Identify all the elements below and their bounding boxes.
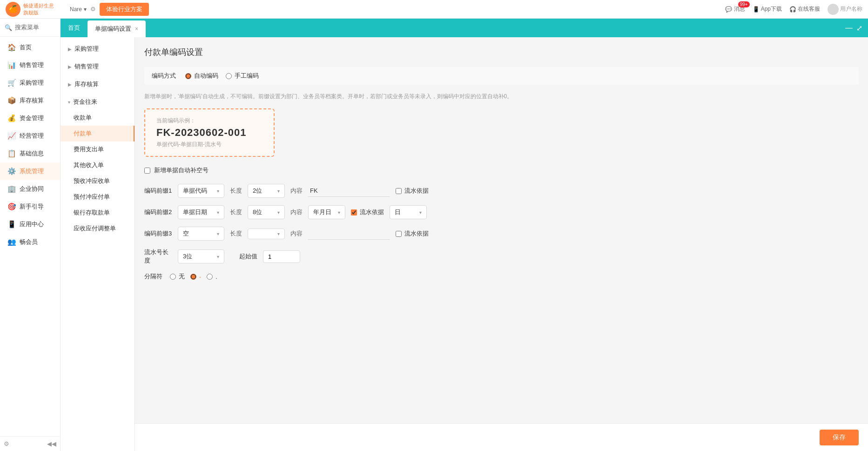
info-text: 新增单据时，'单据编码'自动生成，不可编辑。前缀设置为部门、业务员等档案类。开单… bbox=[144, 92, 859, 101]
company-name: Nare bbox=[70, 6, 82, 13]
sep-dot-option[interactable]: . bbox=[207, 273, 217, 280]
submenu-group-purchase-label: 采购管理 bbox=[74, 45, 99, 53]
settings-icon[interactable]: ⚙ bbox=[90, 6, 96, 13]
sidebar-item-finance[interactable]: 💰 资金管理 bbox=[0, 109, 60, 127]
content3-input bbox=[308, 228, 390, 240]
sidebar-item-system[interactable]: ⚙️ 系统管理 bbox=[0, 162, 60, 180]
sidebar-item-label: 企业协同 bbox=[20, 185, 44, 193]
submenu-item-prepay-receive[interactable]: 预收冲应收单 bbox=[61, 173, 135, 189]
submenu-item-payment[interactable]: 付款单 bbox=[61, 126, 135, 141]
sidebar-item-label: 应用中心 bbox=[20, 220, 44, 229]
submenu-item-prepay-pay[interactable]: 预付冲应付单 bbox=[61, 189, 135, 205]
sub-menu: ▶ 采购管理 ▶ 销售管理 ▶ 库存核算 bbox=[61, 37, 135, 451]
system-icon: ⚙️ bbox=[7, 167, 16, 175]
tab-close-icon[interactable]: × bbox=[135, 26, 138, 32]
prefix1-row: 编码前缀1 单据代码 ▾ 长度 2位 ▾ 内容 bbox=[144, 184, 859, 198]
sidebar-item-purchase[interactable]: 🛒 采购管理 bbox=[0, 74, 60, 92]
submenu-item-ar-ap-adjust[interactable]: 应收应付调整单 bbox=[61, 221, 135, 236]
search-menu-button[interactable]: 🔍 搜索菜单 bbox=[5, 23, 55, 32]
sidebar-item-label: 新手引导 bbox=[20, 202, 44, 211]
company-selector[interactable]: Nare ▾ bbox=[70, 6, 87, 13]
manual-encoding-option[interactable]: 手工编码 bbox=[226, 72, 259, 80]
auto-fill-checkbox[interactable] bbox=[144, 168, 150, 174]
auto-encoding-radio[interactable] bbox=[185, 73, 191, 79]
submenu-group-inventory-label: 库存核算 bbox=[74, 80, 99, 88]
sidebar-item-operation[interactable]: 📈 经营管理 bbox=[0, 127, 60, 145]
submenu-item-other-income[interactable]: 其他收入单 bbox=[61, 157, 135, 173]
content3-label: 内容 bbox=[290, 229, 303, 238]
user-avatar[interactable]: 用户名称 bbox=[828, 4, 862, 15]
sidebar-item-sales[interactable]: 📊 销售管理 bbox=[0, 56, 60, 74]
sidebar-search[interactable]: 🔍 搜索菜单 bbox=[0, 19, 60, 37]
sep-dot-radio[interactable] bbox=[207, 274, 213, 280]
maximize-icon[interactable]: ⤢ bbox=[856, 24, 862, 33]
online-service-button[interactable]: 🎧 在线客服 bbox=[789, 5, 820, 13]
prefix3-label: 编码前缀3 bbox=[144, 229, 172, 238]
settings-bottom-icon[interactable]: ⚙ bbox=[4, 440, 9, 447]
arrow-right-icon: ▶ bbox=[68, 82, 72, 87]
sidebar-item-basic[interactable]: 📋 基础信息 bbox=[0, 145, 60, 162]
serial2-unit-select[interactable]: 日 ▾ bbox=[390, 205, 427, 219]
prefix3-select[interactable]: 空 ▾ bbox=[178, 227, 224, 241]
submenu-item-receipt[interactable]: 收款单 bbox=[61, 110, 135, 126]
collapse-icon[interactable]: ◀◀ bbox=[47, 440, 56, 447]
appcenter-icon: 📱 bbox=[7, 220, 16, 229]
minimize-icon[interactable]: — bbox=[845, 24, 853, 33]
message-badge: 99+ bbox=[738, 1, 750, 7]
serial2-checkbox[interactable] bbox=[351, 209, 357, 215]
prefix1-select[interactable]: 单据代码 ▾ bbox=[178, 184, 224, 198]
search-icon: 🔍 bbox=[5, 24, 12, 31]
sidebar-item-appcenter[interactable]: 📱 应用中心 bbox=[0, 215, 60, 233]
sep-dot-label: . bbox=[215, 273, 217, 280]
submenu-item-expense[interactable]: 费用支出单 bbox=[61, 141, 135, 157]
save-button[interactable]: 保存 bbox=[820, 430, 859, 445]
online-service-label: 在线客服 bbox=[798, 5, 820, 13]
message-button[interactable]: 💬 消息 99+ bbox=[725, 5, 745, 13]
submenu-group-purchase-title[interactable]: ▶ 采购管理 bbox=[61, 41, 135, 57]
sep-dash-option[interactable]: - bbox=[190, 273, 201, 280]
finance-icon: 💰 bbox=[7, 114, 16, 122]
logo: 🍊 畅捷通好生意 旗舰版 bbox=[6, 2, 66, 17]
logo-text: 畅捷通好生意 旗舰版 bbox=[23, 2, 54, 16]
start-value-input[interactable] bbox=[263, 250, 300, 263]
sidebar-item-home[interactable]: 🏠 首页 bbox=[0, 39, 60, 56]
serial2-checkbox-item: 流水依据 bbox=[351, 208, 384, 216]
serial3-checkbox[interactable] bbox=[396, 231, 402, 237]
serial-length-select[interactable]: 3位 ▾ bbox=[178, 249, 224, 263]
sidebar-item-inventory[interactable]: 📦 库存核算 bbox=[0, 92, 60, 109]
length2-label: 长度 bbox=[230, 208, 242, 216]
sidebar-item-newguide[interactable]: 🎯 新手引导 bbox=[0, 198, 60, 215]
auto-encoding-option[interactable]: 自动编码 bbox=[185, 72, 218, 80]
prefix2-row: 编码前缀2 单据日期 ▾ 长度 8位 ▾ 内容 年月日 bbox=[144, 205, 859, 219]
submenu-group-funds-title[interactable]: ▾ 资金往来 bbox=[61, 94, 135, 110]
sidebar-item-member[interactable]: 👥 畅会员 bbox=[0, 233, 60, 251]
sep-none-option[interactable]: 无 bbox=[170, 272, 185, 281]
sidebar-item-label: 经营管理 bbox=[20, 132, 44, 140]
submenu-group-sales-title[interactable]: ▶ 销售管理 bbox=[61, 59, 135, 74]
arrow-right-icon: ▶ bbox=[68, 47, 72, 52]
sales-icon: 📊 bbox=[7, 61, 16, 69]
sidebar-item-enterprise[interactable]: 🏢 企业协同 bbox=[0, 180, 60, 198]
length2-select[interactable]: 8位 ▾ bbox=[248, 205, 285, 219]
chevron-down-icon: ▾ bbox=[217, 254, 219, 259]
submenu-item-bank-deposit[interactable]: 银行存取款单 bbox=[61, 205, 135, 221]
app-download-button[interactable]: 📱 App下载 bbox=[753, 5, 782, 13]
tab-current[interactable]: 单据编码设置 × bbox=[87, 20, 146, 37]
sep-none-radio[interactable] bbox=[170, 274, 176, 280]
content2-select[interactable]: 年月日 ▾ bbox=[308, 205, 345, 219]
trial-button[interactable]: 体验行业方案 bbox=[100, 3, 149, 16]
manual-encoding-radio[interactable] bbox=[226, 73, 232, 79]
length3-select[interactable]: ▾ bbox=[248, 229, 285, 239]
separator-label: 分隔符 bbox=[144, 272, 162, 281]
sidebar-item-label: 采购管理 bbox=[20, 79, 44, 87]
prefix2-select[interactable]: 单据日期 ▾ bbox=[178, 205, 224, 219]
auto-fill-row: 新增单据自动补空号 bbox=[144, 166, 859, 175]
tab-home[interactable]: 首页 bbox=[61, 19, 87, 37]
submenu-group-funds: ▾ 资金往来 收款单 付款单 费用支出单 其他收入单 预收冲应收单 预付冲应付单… bbox=[61, 94, 135, 236]
length1-select[interactable]: 2位 ▾ bbox=[248, 184, 285, 198]
member-icon: 👥 bbox=[7, 238, 16, 246]
sep-dash-radio[interactable] bbox=[190, 274, 196, 280]
serial1-checkbox[interactable] bbox=[396, 188, 402, 194]
inventory-icon: 📦 bbox=[7, 96, 16, 105]
submenu-group-inventory-title[interactable]: ▶ 库存核算 bbox=[61, 76, 135, 92]
